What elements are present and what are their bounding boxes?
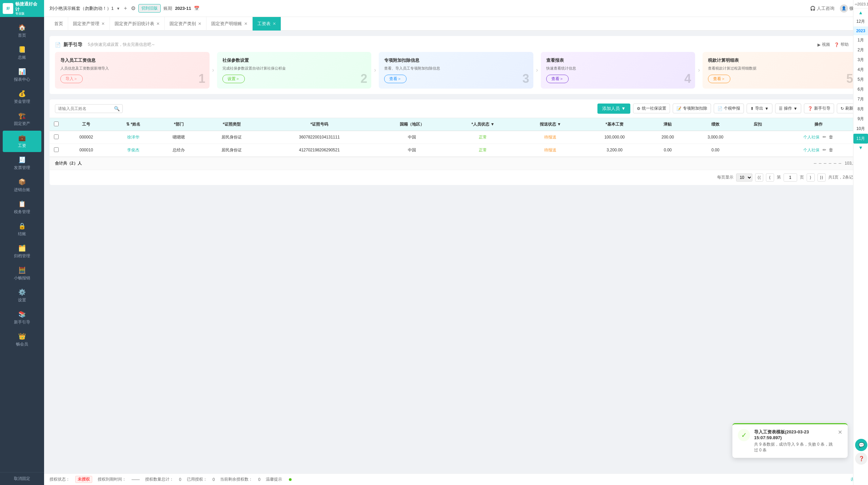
tab-close-asset-type[interactable]: ✕: [198, 21, 201, 26]
ai-service-btn[interactable]: 🎧 人工咨询: [810, 5, 834, 12]
sidebar-item-ledger[interactable]: 📒 总账: [3, 42, 41, 64]
toast-close-btn[interactable]: ✕: [838, 429, 842, 435]
video-icon: ▶: [817, 42, 821, 47]
calendar-icon[interactable]: 📅: [194, 6, 199, 11]
headset-icon: 🎧: [810, 6, 815, 11]
tab-asset-detail[interactable]: 固定资产明细账 ✕: [206, 17, 253, 31]
cal-month-11[interactable]: 11月: [853, 134, 868, 144]
settings-gear-btn[interactable]: ⚙: [131, 5, 136, 12]
version-switch-btn[interactable]: 切到旧版: [138, 4, 161, 13]
step-3-btn[interactable]: 查看＞: [384, 75, 407, 83]
prev-page-btn[interactable]: ⟨: [766, 173, 774, 182]
cell-allowance-2: 0.00: [646, 144, 689, 156]
cal-month-3[interactable]: 3月: [853, 55, 868, 65]
tab-assets[interactable]: 固定资产管理 ✕: [68, 17, 110, 31]
tab-asset-type[interactable]: 固定资产类别 ✕: [165, 17, 206, 31]
add-person-btn[interactable]: 添加人员 ▼: [597, 104, 630, 114]
search-input[interactable]: [58, 106, 112, 111]
select-all-checkbox[interactable]: [54, 122, 59, 126]
new-guide-btn[interactable]: ❓ 新手引导: [804, 104, 834, 113]
step-4-btn[interactable]: 查看＞: [546, 75, 569, 83]
operation-btn[interactable]: ☰ 操作 ▼: [775, 104, 801, 113]
row-checkbox-1[interactable]: [54, 134, 59, 139]
archive-icon: 🗂️: [18, 244, 26, 252]
cal-month-5[interactable]: 5月: [853, 75, 868, 85]
delete-icon-1[interactable]: 🗑: [829, 134, 833, 139]
page-input[interactable]: [784, 173, 797, 182]
tab-depreciation[interactable]: 固定资产折旧统计表 ✕: [110, 17, 165, 31]
action-social-1[interactable]: 个人社保: [803, 135, 820, 139]
cal-month-4[interactable]: 4月: [853, 65, 868, 75]
sidebar-item-fund[interactable]: 💰 资金管理: [3, 87, 41, 108]
step-1-btn[interactable]: 导入＞: [60, 75, 83, 83]
cell-idnum-1: 360782200104131111: [263, 131, 376, 144]
cal-month-1[interactable]: 1月: [853, 35, 868, 45]
tab-close-asset-detail[interactable]: ✕: [244, 21, 248, 26]
sidebar-item-member[interactable]: 👑 畅会员: [3, 329, 41, 351]
guide-book-icon: 📄: [55, 42, 61, 48]
cal-month-10[interactable]: 10月: [853, 124, 868, 134]
guide-step-1: 导入员工工资信息 人员信息及工资数据新增导入 导入＞ 1: [55, 52, 210, 89]
sidebar-item-inventory[interactable]: 📦 进销台账: [3, 175, 41, 196]
action-social-2[interactable]: 个人社保: [803, 148, 820, 152]
guide-video-btn[interactable]: ▶ 视频: [817, 42, 830, 48]
sidebar-item-close[interactable]: 🔒 结账: [3, 219, 41, 240]
sidebar-item-assets[interactable]: 🏗️ 固定资产: [3, 109, 41, 130]
cal-up-btn[interactable]: ▲: [853, 8, 868, 17]
help-circle-icon[interactable]: ❓: [855, 452, 867, 465]
tax-declaration-btn[interactable]: 📄 个税申报: [714, 104, 744, 113]
tab-close-assets[interactable]: ✕: [101, 21, 105, 26]
cell-name-1[interactable]: 徐泽华: [127, 135, 139, 139]
cal-month-12[interactable]: 12月: [853, 17, 868, 26]
filter-icon-submit[interactable]: ▼: [557, 122, 561, 127]
cal-month-7[interactable]: 7月: [853, 94, 868, 104]
social-insurance-btn[interactable]: ⚙ 统一社保设置: [633, 104, 670, 113]
remain-value: 0: [258, 477, 260, 482]
add-company-btn[interactable]: ＋: [123, 5, 128, 12]
toast-notification: ✓ 导入工资表模板(2023-03-23 15:07:59.897) 共 9 条…: [732, 423, 848, 458]
cal-month-6[interactable]: 6月: [853, 85, 868, 94]
sidebar-item-archive[interactable]: 🗂️ 归档管理: [3, 241, 41, 262]
guide-icon: 📚: [18, 311, 26, 318]
tab-close-depreciation[interactable]: ✕: [156, 21, 160, 26]
member-icon: 👑: [18, 333, 26, 340]
row-checkbox-2[interactable]: [54, 147, 59, 152]
cell-name-2[interactable]: 李俊杰: [127, 148, 139, 152]
sidebar-item-expense[interactable]: 🧮 小畅报销: [3, 263, 41, 284]
deduction-btn[interactable]: 📝 专项附加扣除: [673, 104, 711, 113]
guide-help-btn[interactable]: ❓ 帮助: [834, 42, 849, 48]
cal-month-2[interactable]: 2月: [853, 45, 868, 55]
per-page-select[interactable]: 10 20 50: [736, 173, 752, 182]
sidebar-item-newguide[interactable]: 📚 新手引导: [3, 307, 41, 329]
company-dropdown-arrow[interactable]: ▼: [116, 6, 120, 11]
panel-collapse-icon[interactable]: ‹‹: [855, 2, 857, 6]
sidebar-label-inventory: 进销台账: [14, 187, 30, 193]
total-salary: -- -- -- -- -- -- 103,20: [814, 161, 857, 166]
sort-icon[interactable]: ⇅: [126, 122, 130, 127]
sidebar-item-settings[interactable]: ⚙️ 设置: [3, 285, 41, 306]
feedback-icon[interactable]: 💬: [855, 439, 867, 451]
cancel-fixed-btn[interactable]: 取消固定: [0, 472, 44, 485]
tab-payroll[interactable]: 工资表 ✕: [253, 17, 281, 31]
tab-home[interactable]: 首页: [50, 17, 68, 31]
tab-close-payroll[interactable]: ✕: [273, 21, 276, 26]
delete-icon-2[interactable]: 🗑: [829, 147, 833, 152]
step-5-btn[interactable]: 查看＞: [708, 75, 730, 83]
first-page-btn[interactable]: ⟨⟨: [755, 173, 763, 182]
step-3-desc: 查看、导入员工专项附加扣除信息: [384, 66, 528, 71]
next-page-btn[interactable]: ⟩: [807, 173, 815, 182]
sidebar-item-invoice[interactable]: 🧾 发票管理: [3, 153, 41, 174]
filter-icon-person[interactable]: ▼: [490, 122, 494, 127]
edit-icon-2[interactable]: ✏: [823, 147, 826, 152]
export-btn[interactable]: ⬆ 导出 ▼: [747, 104, 772, 113]
sidebar-item-report[interactable]: 📊 报表中心: [3, 64, 41, 86]
sidebar-item-home[interactable]: 🏠 首页: [3, 20, 41, 42]
last-page-btn[interactable]: ⟩⟩: [817, 173, 826, 182]
edit-icon-1[interactable]: ✏: [823, 134, 826, 139]
sidebar-item-payroll[interactable]: 💼 工资: [3, 131, 41, 152]
sidebar-item-tax[interactable]: 📋 税务管理: [3, 197, 41, 218]
cal-down-btn[interactable]: ▼: [853, 144, 868, 152]
cal-month-8[interactable]: 8月: [853, 104, 868, 114]
cal-month-9[interactable]: 9月: [853, 114, 868, 124]
step-2-btn[interactable]: 设置＞: [222, 75, 245, 83]
